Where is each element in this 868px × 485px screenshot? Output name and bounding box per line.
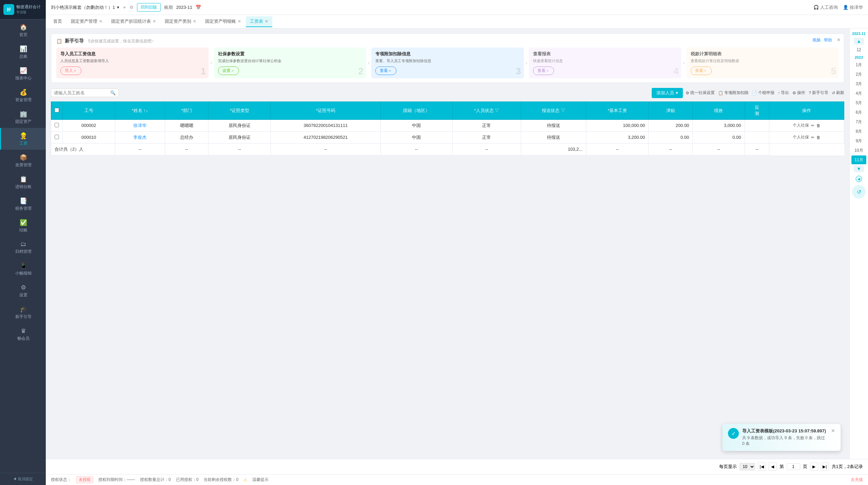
tab-固定资产管理[interactable]: 固定资产管理✕ <box>67 16 106 27</box>
charge-link[interactable]: 去充值 <box>851 477 863 483</box>
consult-btn[interactable]: 🎧 人工咨询 <box>813 4 838 11</box>
row-checkbox-cell[interactable] <box>51 131 63 143</box>
row-checkbox[interactable] <box>55 123 59 127</box>
action-edit-icon[interactable]: ✏ <box>811 135 814 140</box>
employee-name[interactable]: 李俊杰 <box>115 131 165 143</box>
add-account-btn[interactable]: + <box>123 4 126 11</box>
step-btn-5[interactable]: 查看＞ <box>691 67 712 75</box>
employee-status: 正常 <box>452 131 521 143</box>
switch-version-btn[interactable]: 切到旧版 <box>137 3 161 12</box>
cal-expand-icon[interactable]: ◀ <box>855 175 862 183</box>
cal-month-5[interactable]: 5月 <box>851 98 866 107</box>
action-social-insurance[interactable]: 个人社保 <box>793 123 809 128</box>
sidebar-item-设置[interactable]: ⚙设置 <box>0 280 46 301</box>
search-input[interactable] <box>54 90 110 95</box>
tab-首页[interactable]: 首页 <box>49 16 66 27</box>
step-btn-3[interactable]: 查看＞ <box>375 67 396 75</box>
sidebar-item-固定资产[interactable]: 🏢固定资产 <box>0 106 46 128</box>
toolbar-action-操作[interactable]: ⚙操作 <box>792 90 805 96</box>
select-all-checkbox[interactable] <box>55 108 59 112</box>
toolbar-action-导出[interactable]: ↑导出 <box>778 90 789 96</box>
sidebar-item-畅会员[interactable]: ♛畅会员 <box>0 323 46 345</box>
cal-month-8[interactable]: 8月 <box>851 127 866 136</box>
sidebar-item-资金管理[interactable]: 💰资金管理 <box>0 85 46 106</box>
add-person-btn[interactable]: 添加人员 ▾ <box>652 88 683 98</box>
wizard-arrow-3: › <box>524 48 529 78</box>
tab-close-icon[interactable]: ✕ <box>238 19 241 24</box>
account-selector[interactable]: 刘小艳演示账套（勿删勿动！）1 ▾ <box>51 4 119 11</box>
sidebar-item-进销台账[interactable]: 📋进销台账 <box>0 171 46 193</box>
step-btn-2[interactable]: 设置＞ <box>218 67 239 75</box>
tab-close-icon[interactable]: ✕ <box>99 19 102 24</box>
cal-month-10[interactable]: 10月 <box>851 146 866 155</box>
tab-close-icon[interactable]: ✕ <box>265 19 268 24</box>
settings-icon[interactable]: ⚙ <box>130 5 134 10</box>
employee-actions[interactable]: 个人社保 ✏ 🗑 <box>769 119 844 131</box>
row-checkbox[interactable] <box>55 135 59 139</box>
sidebar-item-总账[interactable]: 📊总账 <box>0 41 46 63</box>
page-first-btn[interactable]: |◀ <box>758 463 766 471</box>
select-all-header[interactable] <box>51 101 63 119</box>
tab-固定资产类别[interactable]: 固定资产类别✕ <box>161 16 200 27</box>
total-records: 共1页，2条记录 <box>832 464 863 470</box>
sidebar-item-工资[interactable]: 👷工资 <box>0 128 46 150</box>
toolbar-action-统一社保设置[interactable]: ⚙统一社保设置 <box>686 90 715 96</box>
step-btn-4[interactable]: 查看＞ <box>533 67 554 75</box>
toast-close-btn[interactable]: ✕ <box>831 428 835 433</box>
employee-actions[interactable]: 个人社保 ✏ 🗑 <box>769 131 844 143</box>
cal-refresh-icon[interactable]: ↺ <box>852 185 866 199</box>
cal-month-3[interactable]: 3月 <box>851 79 866 88</box>
tab-label: 固定资产管理 <box>71 18 97 24</box>
toolbar-action-刷新[interactable]: ↺刷新 <box>832 90 844 96</box>
action-social-insurance[interactable]: 个人社保 <box>793 134 809 140</box>
sidebar-item-税务管理[interactable]: 📑税务管理 <box>0 193 46 215</box>
cal-month-12[interactable]: 12 <box>851 45 866 54</box>
user-info[interactable]: 👤 徐泽华 <box>843 4 863 11</box>
sidebar-item-归档管理[interactable]: 🗂归档管理 <box>0 237 46 258</box>
tab-固定资产明细账[interactable]: 固定资产明细账✕ <box>201 16 245 27</box>
page-last-btn[interactable]: ▶| <box>821 463 829 471</box>
action-delete-icon[interactable]: 🗑 <box>816 123 821 128</box>
toolbar-action-新手引导[interactable]: ?新手引导 <box>809 90 828 96</box>
employee-id-no: 412702198206290521 <box>271 131 381 143</box>
cal-up-btn[interactable]: ▲ <box>854 38 864 44</box>
wizard-close-btn[interactable]: ✕ <box>837 37 841 42</box>
tab-工资表[interactable]: 工资表✕ <box>246 16 272 27</box>
cal-month-6[interactable]: 6月 <box>851 108 866 117</box>
pin-btn[interactable]: ◀ 取消固定 <box>0 473 46 485</box>
sidebar-item-结账[interactable]: ✅结账 <box>0 215 46 237</box>
cal-month-1[interactable]: 1月 <box>851 60 866 69</box>
nav-icon: ✅ <box>20 219 27 226</box>
employee-name[interactable]: 徐泽华 <box>115 119 165 131</box>
cal-month-9[interactable]: 9月 <box>851 136 866 145</box>
page-input[interactable] <box>787 463 800 470</box>
sidebar-item-新手引导[interactable]: 🎓新手引导 <box>0 301 46 323</box>
tab-固定资产折旧统计表[interactable]: 固定资产折旧统计表✕ <box>107 16 160 27</box>
tab-close-icon[interactable]: ✕ <box>193 19 196 24</box>
tab-close-icon[interactable]: ✕ <box>153 19 156 24</box>
toolbar-action-个税申报[interactable]: 📄个税申报 <box>752 90 774 96</box>
account-dropdown-icon[interactable]: ▾ <box>117 5 119 10</box>
cal-down-btn[interactable]: ▼ <box>854 165 864 172</box>
page-next-btn[interactable]: ▶ <box>810 463 818 471</box>
action-edit-icon[interactable]: ✏ <box>811 123 814 128</box>
employee-basic-salary: 3,200.00 <box>586 131 649 143</box>
sidebar-item-报表中心[interactable]: 📈报表中心 <box>0 63 46 85</box>
toolbar-action-专项附加扣除[interactable]: 📋专项附加扣除 <box>718 90 749 96</box>
sidebar-item-首页[interactable]: 🏠首页 <box>0 19 46 41</box>
cal-month-7[interactable]: 7月 <box>851 117 866 126</box>
row-checkbox-cell[interactable] <box>51 119 63 131</box>
step-num-1: 1 <box>201 66 206 77</box>
cal-month-2[interactable]: 2月 <box>851 70 866 79</box>
step-btn-1[interactable]: 导入＞ <box>60 67 81 75</box>
search-box[interactable]: 🔍 <box>51 89 119 97</box>
calendar-icon[interactable]: 📅 <box>196 5 201 10</box>
action-delete-icon[interactable]: 🗑 <box>816 135 821 140</box>
cal-month-11[interactable]: 11月 <box>851 155 866 164</box>
page-prev-btn[interactable]: ◀ <box>769 463 777 471</box>
per-page-select[interactable]: 10 20 50 <box>739 463 755 470</box>
sidebar-item-小畅报销[interactable]: 📱小畅报销 <box>0 258 46 280</box>
wizard-help[interactable]: 视频 帮助 <box>812 37 832 43</box>
sidebar-item-发票管理[interactable]: 📦发票管理 <box>0 150 46 171</box>
cal-month-4[interactable]: 4月 <box>851 89 866 98</box>
